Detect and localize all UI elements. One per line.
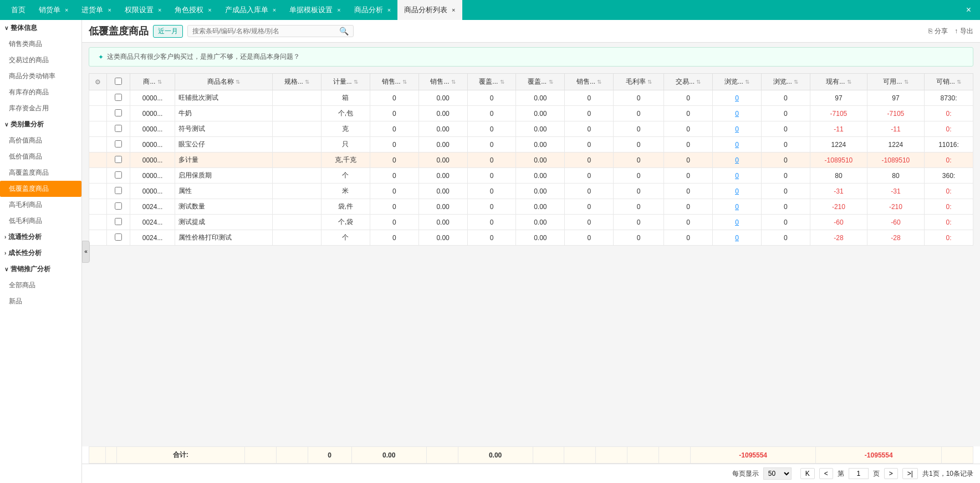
sidebar-section-marketing[interactable]: ∨ 营销推广分析 <box>0 261 81 277</box>
row-view1[interactable]: 0 <box>713 215 762 230</box>
nav-item-role[interactable]: 角色授权 × <box>168 0 218 20</box>
nav-item-sales[interactable]: 销货单 × <box>32 0 75 20</box>
sidebar-item-high-margin[interactable]: 高毛利商品 <box>0 197 81 213</box>
sidebar-item-low-value[interactable]: 低价值商品 <box>0 149 81 165</box>
col-spec[interactable]: 规格... ⇅ <box>273 74 321 90</box>
nav-close-sales[interactable]: × <box>65 0 68 20</box>
row-view1[interactable]: 0 <box>713 121 762 137</box>
row-select-checkbox[interactable] <box>115 109 122 116</box>
sidebar-item-high-value[interactable]: 高价值商品 <box>0 133 81 149</box>
col-view1[interactable]: 浏览... ⇅ <box>713 74 762 90</box>
row-checkbox[interactable] <box>107 152 130 168</box>
sidebar-collapse-button[interactable]: « <box>82 241 90 263</box>
col-coverage1[interactable]: 覆盖... ⇅ <box>467 74 516 90</box>
sidebar-item-low-coverage[interactable]: 低覆盖度商品 <box>0 181 81 197</box>
row-checkbox[interactable] <box>107 215 130 230</box>
col-sales-rank[interactable]: 销售... ⇅ <box>565 74 614 90</box>
row-select-checkbox[interactable] <box>115 140 122 148</box>
nav-item-permission[interactable]: 权限设置 × <box>118 0 168 20</box>
col-gross-margin[interactable]: 毛利率 ⇅ <box>614 74 664 90</box>
nav-close-finished-goods[interactable]: × <box>273 0 276 20</box>
first-page-button[interactable]: K <box>800 468 815 479</box>
nav-close-permission[interactable]: × <box>158 0 161 20</box>
nav-close-template[interactable]: × <box>337 0 340 20</box>
row-checkbox[interactable] <box>107 137 130 152</box>
col-stock-available[interactable]: 可用... ⇅ <box>867 74 924 90</box>
row-stock-current: -11 <box>810 121 867 137</box>
nav-item-purchase[interactable]: 进货单 × <box>75 0 118 20</box>
row-select-checkbox[interactable] <box>115 218 122 225</box>
col-code[interactable]: 商... ⇅ <box>130 74 175 90</box>
sidebar-item-category-turnover[interactable]: 商品分类动销率 <box>0 68 81 84</box>
row-checkbox[interactable] <box>107 168 130 184</box>
row-settings <box>89 106 107 121</box>
col-transaction[interactable]: 交易... ⇅ <box>664 74 713 90</box>
row-view1[interactable]: 0 <box>713 90 762 106</box>
sidebar-item-high-coverage[interactable]: 高覆盖度商品 <box>0 165 81 181</box>
row-view1[interactable]: 0 <box>713 137 762 152</box>
nav-close-role[interactable]: × <box>208 0 211 20</box>
sidebar-item-stock-capital[interactable]: 库存资金占用 <box>0 100 81 116</box>
col-settings[interactable]: ⚙ <box>89 74 107 90</box>
row-select-checkbox[interactable] <box>115 233 122 241</box>
row-select-checkbox[interactable] <box>115 171 122 179</box>
row-view1[interactable]: 0 <box>713 152 762 168</box>
search-box[interactable]: 🔍 <box>187 25 354 37</box>
select-all-checkbox[interactable] <box>115 78 122 85</box>
period-badge[interactable]: 近一月 <box>153 25 183 38</box>
sidebar-section-circulation[interactable]: › 流通性分析 <box>0 229 81 245</box>
share-button[interactable]: ⎘ 分享 <box>928 27 948 36</box>
sidebar-section-overview[interactable]: ∨ 整体信息 <box>0 20 81 36</box>
col-sales-qty[interactable]: 销售... ⇅ <box>370 74 418 90</box>
next-page-button[interactable]: > <box>884 468 898 479</box>
search-input[interactable] <box>192 27 339 35</box>
nav-item-finished-goods[interactable]: 产成品入库单 × <box>218 0 283 20</box>
col-coverage2[interactable]: 覆盖... ⇅ <box>516 74 565 90</box>
col-view2[interactable]: 浏览... ⇅ <box>762 74 810 90</box>
sidebar-item-new-goods[interactable]: 新品 <box>0 293 81 309</box>
row-select-checkbox[interactable] <box>115 156 122 163</box>
row-checkbox[interactable] <box>107 121 130 137</box>
page-number-input[interactable] <box>849 468 869 479</box>
sidebar-item-stocked-goods[interactable]: 有库存的商品 <box>0 84 81 100</box>
col-unit[interactable]: 计量... ⇅ <box>321 74 370 90</box>
sidebar-item-all-goods[interactable]: 全部商品 <box>0 277 81 293</box>
col-stock-current[interactable]: 现有... ⇅ <box>810 74 867 90</box>
sidebar-section-category-analysis[interactable]: ∨ 类别量分析 <box>0 116 81 133</box>
row-view1[interactable]: 0 <box>713 230 762 246</box>
sort-icon-gross-margin: ⇅ <box>647 79 652 85</box>
col-name[interactable]: 商品名称 ⇅ <box>175 74 272 90</box>
row-checkbox[interactable] <box>107 230 130 246</box>
row-view1[interactable]: 0 <box>713 168 762 184</box>
sidebar-item-low-margin[interactable]: 低毛利商品 <box>0 213 81 229</box>
export-button[interactable]: ↑ 导出 <box>955 27 973 36</box>
nav-close-product-analysis-list[interactable]: × <box>452 0 455 20</box>
row-select-checkbox[interactable] <box>115 94 122 101</box>
row-view1[interactable]: 0 <box>713 184 762 199</box>
row-checkbox[interactable] <box>107 199 130 215</box>
close-all-tabs-button[interactable]: × <box>962 5 976 15</box>
prev-page-button[interactable]: < <box>819 468 833 479</box>
per-page-select[interactable]: 50 20 100 <box>763 467 792 480</box>
row-view1[interactable]: 0 <box>713 199 762 215</box>
nav-close-purchase[interactable]: × <box>108 0 111 20</box>
sidebar-item-sales-goods[interactable]: 销售类商品 <box>0 36 81 52</box>
row-checkbox[interactable] <box>107 90 130 106</box>
nav-close-product-analysis[interactable]: × <box>387 0 391 20</box>
sidebar-item-traded-goods[interactable]: 交易过的商品 <box>0 52 81 68</box>
row-view1[interactable]: 0 <box>713 106 762 121</box>
nav-item-template[interactable]: 单据模板设置 × <box>283 0 347 20</box>
row-select-checkbox[interactable] <box>115 202 122 210</box>
nav-item-home[interactable]: 首页 <box>4 0 32 20</box>
col-sales-amt[interactable]: 销售... ⇅ <box>418 74 467 90</box>
row-select-checkbox[interactable] <box>115 125 122 132</box>
last-page-button[interactable]: >| <box>902 468 918 479</box>
sidebar-section-growth[interactable]: › 成长性分析 <box>0 245 81 261</box>
row-select-checkbox[interactable] <box>115 187 122 194</box>
col-stock-saleable[interactable]: 可销... ⇅ <box>924 74 973 90</box>
nav-item-product-analysis-list[interactable]: 商品分析列表 × <box>397 0 462 20</box>
col-checkbox[interactable] <box>107 74 130 90</box>
row-checkbox[interactable] <box>107 184 130 199</box>
nav-item-product-analysis[interactable]: 商品分析 × <box>348 0 397 20</box>
row-checkbox[interactable] <box>107 106 130 121</box>
